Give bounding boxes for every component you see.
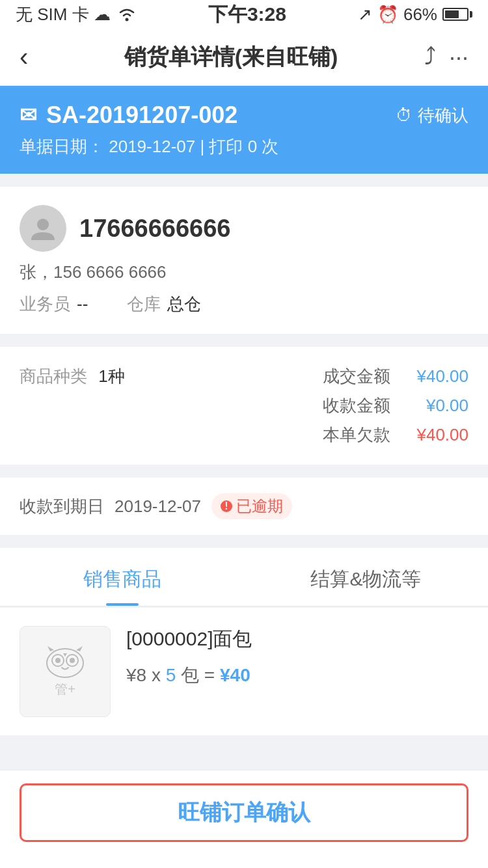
svg-point-0 bbox=[125, 18, 128, 21]
nav-bar: ‹ 销货单详情(来自旺铺) ⤴ ··· bbox=[0, 29, 488, 86]
due-date-card: 收款到期日 2019-12-07 ! 已逾期 bbox=[0, 478, 488, 535]
summary-card: 商品种类 1种 成交金额 ¥40.00 收款金额 ¥0.00 本单欠款 ¥40.… bbox=[0, 347, 488, 465]
svg-marker-9 bbox=[76, 646, 83, 651]
customer-card: 17666666666 张，156 6666 6666 业务员 -- 仓库 总仓 bbox=[0, 187, 488, 334]
page-title: 销货单详情(来自旺铺) bbox=[59, 42, 403, 72]
unit: 包 bbox=[181, 665, 199, 685]
more-button[interactable]: ··· bbox=[449, 44, 468, 71]
type-value: 1种 bbox=[98, 366, 124, 386]
customer-meta: 业务员 -- 仓库 总仓 bbox=[20, 293, 468, 316]
status-clock-icon: ⏱ bbox=[396, 105, 413, 126]
alarm-icon: ⏰ bbox=[377, 5, 398, 25]
date-label: 单据日期： bbox=[20, 137, 104, 156]
product-item: 管+ [0000002]面包 ¥8 x 5 包 = ¥40 bbox=[0, 608, 488, 735]
type-label: 商品种类 bbox=[20, 366, 87, 386]
location-icon: ↗ bbox=[358, 5, 372, 25]
logo-plus-text: 管+ bbox=[55, 681, 75, 698]
owed-label: 本单欠款 bbox=[323, 424, 390, 446]
sales-meta: 业务员 -- bbox=[20, 293, 88, 316]
share-button[interactable]: ⤴ bbox=[424, 44, 436, 71]
transaction-value: ¥40.00 bbox=[403, 366, 468, 387]
received-value: ¥0.00 bbox=[403, 396, 468, 416]
tab-sales-products[interactable]: 销售商品 bbox=[0, 548, 244, 606]
status-time: 下午3:28 bbox=[208, 1, 286, 28]
product-qty: 5 bbox=[166, 665, 176, 685]
order-date-info: 单据日期： 2019-12-07 | 打印 0 次 bbox=[20, 135, 468, 158]
unit-price: ¥8 bbox=[126, 665, 146, 685]
status-text: 待确认 bbox=[418, 104, 468, 127]
due-label: 收款到期日 bbox=[20, 495, 104, 518]
overdue-text: 已逾期 bbox=[236, 496, 283, 517]
order-header-card: ✉ SA-20191207-002 ⏱ 待确认 单据日期： 2019-12-07… bbox=[0, 86, 488, 174]
product-type-summary: 商品种类 1种 bbox=[20, 365, 125, 388]
back-button[interactable]: ‹ bbox=[20, 42, 59, 72]
due-date: 2019-12-07 bbox=[115, 496, 201, 517]
sales-label: 业务员 bbox=[20, 293, 70, 316]
print-info: | 打印 0 次 bbox=[200, 137, 278, 156]
customer-sub-info: 张，156 6666 6666 bbox=[20, 261, 468, 284]
tabs: 销售商品 结算&物流等 bbox=[0, 548, 488, 606]
svg-point-1 bbox=[37, 219, 49, 230]
customer-phone: 17666666666 bbox=[79, 215, 230, 243]
battery-icon bbox=[442, 8, 472, 21]
multiply-sign: x bbox=[152, 665, 166, 685]
owed-amount-row: 本单欠款 ¥40.00 bbox=[323, 424, 468, 446]
received-amount-row: 收款金额 ¥0.00 bbox=[323, 394, 468, 417]
avatar bbox=[20, 205, 66, 252]
svg-marker-7 bbox=[63, 653, 67, 657]
order-icon: ✉ bbox=[20, 103, 37, 128]
owl-logo-icon bbox=[42, 645, 88, 681]
product-name: [0000002]面包 bbox=[126, 626, 468, 653]
received-label: 收款金额 bbox=[323, 394, 390, 417]
product-title: 面包 bbox=[213, 628, 252, 649]
owed-value: ¥40.00 bbox=[403, 425, 468, 445]
status-left: 无 SIM 卡 ☁ bbox=[16, 3, 137, 26]
overdue-icon: ! bbox=[221, 500, 232, 512]
product-total: ¥40 bbox=[220, 665, 251, 685]
svg-marker-8 bbox=[47, 646, 54, 651]
svg-point-5 bbox=[55, 658, 61, 663]
product-price-info: ¥8 x 5 包 = ¥40 bbox=[126, 663, 468, 688]
svg-point-6 bbox=[70, 658, 75, 663]
amount-summary: 成交金额 ¥40.00 收款金额 ¥0.00 本单欠款 ¥40.00 bbox=[323, 365, 468, 446]
tabs-container: 销售商品 结算&物流等 bbox=[0, 548, 488, 606]
product-image: 管+ bbox=[20, 626, 111, 717]
product-code: [0000002] bbox=[126, 628, 213, 649]
overdue-badge: ! 已逾期 bbox=[211, 493, 292, 519]
status-right: ↗ ⏰ 66% bbox=[358, 5, 472, 25]
order-date: 2019-12-07 bbox=[109, 137, 195, 156]
sales-value: -- bbox=[77, 294, 88, 314]
nav-actions: ⤴ ··· bbox=[403, 44, 468, 71]
battery-text: 66% bbox=[403, 5, 437, 25]
confirm-order-button[interactable]: 旺铺订单确认 bbox=[20, 783, 468, 842]
warehouse-value: 总仓 bbox=[167, 293, 201, 316]
order-number-text: SA-20191207-002 bbox=[46, 102, 237, 129]
sim-status: 无 SIM 卡 ☁ bbox=[16, 3, 111, 26]
order-status: ⏱ 待确认 bbox=[396, 104, 468, 127]
transaction-label: 成交金额 bbox=[323, 365, 390, 388]
warehouse-label: 仓库 bbox=[127, 293, 161, 316]
status-bar: 无 SIM 卡 ☁ 下午3:28 ↗ ⏰ 66% bbox=[0, 0, 488, 29]
bottom-bar: 旺铺订单确认 bbox=[0, 770, 488, 868]
order-number: ✉ SA-20191207-002 bbox=[20, 102, 237, 129]
equals-sign: = bbox=[204, 665, 220, 685]
tab-settlement[interactable]: 结算&物流等 bbox=[244, 548, 488, 606]
product-details: [0000002]面包 ¥8 x 5 包 = ¥40 bbox=[126, 626, 468, 688]
transaction-amount-row: 成交金额 ¥40.00 bbox=[323, 365, 468, 388]
warehouse-meta: 仓库 总仓 bbox=[127, 293, 201, 316]
wifi-icon bbox=[117, 7, 137, 21]
